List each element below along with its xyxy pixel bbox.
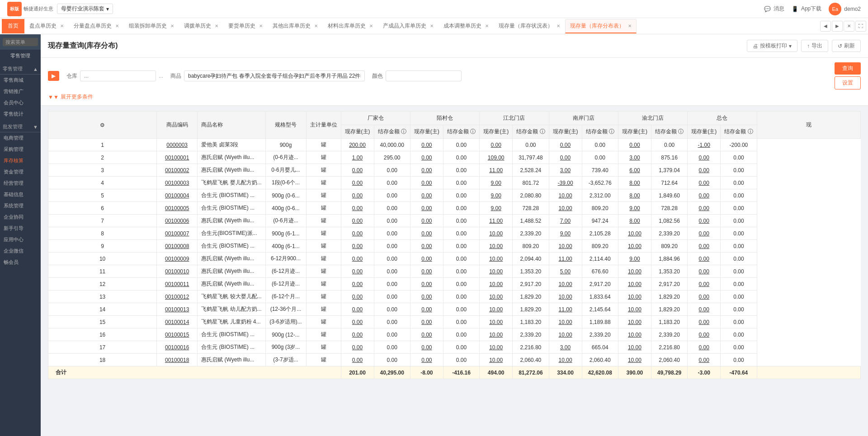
row-unit: 罐	[306, 164, 341, 177]
row-code[interactable]: 00100008	[157, 240, 198, 253]
row-num: 15	[48, 316, 157, 328]
row-code[interactable]: 00100010	[157, 265, 198, 278]
close-icon[interactable]: ✕	[259, 23, 263, 28]
row-data-3: 0.00	[443, 215, 479, 227]
row-code[interactable]: 00100009	[157, 253, 198, 265]
row-code[interactable]: 00100004	[157, 189, 198, 202]
app-download-btn[interactable]: 📱 App下载	[792, 5, 821, 13]
message-btn[interactable]: 💬 消息	[764, 5, 784, 13]
th-settings[interactable]: ⚙	[48, 112, 157, 139]
goods-input[interactable]	[184, 70, 365, 81]
settings-gear[interactable]: ⚙	[100, 122, 105, 128]
sidebar-item-base-info[interactable]: 基础信息	[0, 189, 41, 200]
tab-prev-btn[interactable]: ◀	[820, 21, 831, 32]
close-icon[interactable]: ✕	[215, 23, 218, 28]
sidebar-item-member-plus[interactable]: 畅会员	[0, 257, 41, 268]
warehouse-input[interactable]	[80, 70, 156, 81]
row-code[interactable]: 00100013	[157, 303, 198, 316]
row-code[interactable]: 0000003	[157, 139, 198, 151]
sidebar-item-retail-mgmt[interactable]: 零售管理 ▲	[0, 62, 41, 74]
sidebar-item-sys-mgmt[interactable]: 系统管理	[0, 200, 41, 211]
close-icon[interactable]: ✕	[369, 23, 373, 28]
row-name: 惠氏启赋 (Wyeth illu...	[198, 354, 265, 366]
row-data-8: 10.00	[618, 227, 651, 240]
tab-next-btn[interactable]: ▶	[832, 21, 843, 32]
tab-product-in[interactable]: 产成品入库单历史 ✕	[378, 19, 439, 33]
close-icon[interactable]: ✕	[115, 23, 119, 28]
row-num: 9	[48, 240, 157, 253]
row-code[interactable]: 00100018	[157, 354, 198, 366]
sidebar-item-member-center[interactable]: 会员中心	[0, 97, 41, 108]
sidebar-item-retail-mall[interactable]: 零售商城	[0, 75, 41, 86]
tab-other-out[interactable]: 其他出库单历史 ✕	[268, 19, 323, 33]
filter-expand-btn[interactable]: ▶	[48, 71, 59, 81]
sidebar-item-quick-nav[interactable]: 零售管理	[0, 50, 41, 62]
sidebar-item-retail-stats[interactable]: 零售统计	[0, 108, 41, 120]
sidebar-item-app-center[interactable]: 应用中心	[0, 234, 41, 245]
sidebar-item-enterprise[interactable]: 企业协同	[0, 211, 41, 223]
refresh-btn[interactable]: ↺ 刷新	[832, 40, 861, 52]
close-icon[interactable]: ✕	[485, 23, 489, 28]
row-code[interactable]: 00100015	[157, 328, 198, 341]
sidebar-item-inventory-mgmt[interactable]: 库存核算	[0, 155, 41, 166]
tab-inventory-check2[interactable]: 分量盘点单历史 ✕	[69, 19, 124, 33]
row-code[interactable]: 00100001	[157, 151, 198, 164]
row-data-0: 1.00	[341, 151, 374, 164]
row-unit: 罐	[306, 202, 341, 215]
search-input[interactable]	[3, 38, 38, 46]
chevron-down-icon: ▼	[33, 124, 38, 130]
row-code[interactable]: 00100003	[157, 177, 198, 189]
tab-material-out[interactable]: 材料出库单历史 ✕	[323, 19, 378, 33]
tab-close-all-btn[interactable]: ✕	[844, 21, 854, 32]
sidebar-item-ops-mgmt[interactable]: 经营管理	[0, 178, 41, 189]
tab-home[interactable]: 首页	[2, 19, 24, 33]
user-info[interactable]: Ea demo2	[829, 3, 861, 15]
tab-cost-adjust[interactable]: 成本调整单历史 ✕	[439, 19, 494, 33]
th-yubei-store: 渝北门店	[618, 112, 687, 125]
tab-assembly[interactable]: 组装拆卸单历史 ✕	[124, 19, 179, 33]
sidebar-item-marketing[interactable]: 营销推广	[0, 86, 41, 97]
row-data-0: 0.00	[341, 278, 374, 291]
industry-selector[interactable]: 母婴行业演示陈套 ▾	[57, 4, 113, 14]
settings-button[interactable]: 设置	[835, 76, 861, 89]
tab-inventory-check[interactable]: 盘点单历史 ✕	[24, 19, 69, 33]
row-code[interactable]: 00100005	[157, 202, 198, 215]
row-name: 惠氏启赋 (Wyeth illu...	[198, 253, 265, 265]
sidebar-item-enterprise-wechat[interactable]: 企业微信	[0, 245, 41, 257]
sidebar-item-ecom-mgmt[interactable]: 电商管理	[0, 132, 41, 144]
sidebar-item-purchase-mgmt[interactable]: 采购管理	[0, 144, 41, 155]
sidebar-item-new-guide[interactable]: 新手引导	[0, 223, 41, 234]
expand-more-btn[interactable]: ▼▼ 展开更多条件	[48, 93, 861, 101]
close-icon[interactable]: ✕	[430, 23, 434, 28]
print-btn[interactable]: 🖨 按模板打印 ▾	[747, 40, 797, 52]
tab-stock-dist[interactable]: 现存量（库存分布表） ✕	[565, 19, 637, 33]
tab-maximize-btn[interactable]: ⛶	[855, 21, 866, 32]
row-spec: (6-12月迹...	[265, 265, 306, 278]
row-code[interactable]: 00100006	[157, 215, 198, 227]
summary-row: 合计 201.00 40,295.00 -8.00 -416.16 494.00…	[48, 366, 861, 379]
row-data-3: 0.00	[443, 278, 479, 291]
tab-transfer[interactable]: 调拨单历史 ✕	[179, 19, 223, 33]
close-icon[interactable]: ✕	[314, 23, 318, 28]
row-spec: (3-6岁适用)...	[265, 316, 306, 328]
close-icon[interactable]: ✕	[60, 23, 64, 28]
tab-purchase-order[interactable]: 要货单历史 ✕	[223, 19, 268, 33]
sidebar-item-finance-mgmt[interactable]: 资金管理	[0, 166, 41, 178]
row-code[interactable]: 00100016	[157, 341, 198, 354]
close-icon[interactable]: ✕	[628, 23, 632, 28]
close-icon[interactable]: ✕	[170, 23, 174, 28]
row-code[interactable]: 00100011	[157, 278, 198, 291]
row-unit: 罐	[306, 278, 341, 291]
tab-stock-status[interactable]: 现存量（库存状况表） ✕	[494, 19, 565, 33]
close-icon[interactable]: ✕	[557, 23, 560, 28]
row-code[interactable]: 00100014	[157, 316, 198, 328]
row-code[interactable]: 00100012	[157, 291, 198, 303]
color-input[interactable]	[386, 70, 462, 81]
sidebar-item-wholesale-mgmt[interactable]: 批发管理 ▼	[0, 120, 41, 132]
row-num: 16	[48, 328, 157, 341]
row-code[interactable]: 00100007	[157, 227, 198, 240]
warehouse-dots-btn[interactable]: ...	[159, 73, 163, 79]
export-btn[interactable]: ↑ 导出	[801, 40, 828, 52]
search-button[interactable]: 查询	[835, 62, 861, 75]
row-code[interactable]: 00100002	[157, 164, 198, 177]
